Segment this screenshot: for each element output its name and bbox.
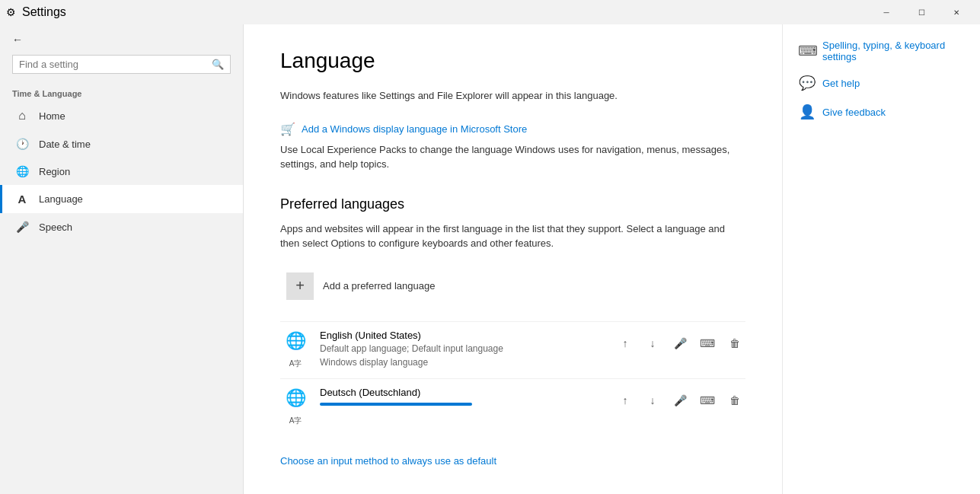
english-sub1: Default app language; Default input lang… (320, 343, 605, 355)
english-keyboard-button[interactable]: ⌨ (697, 333, 718, 354)
search-icon: 🔍 (212, 59, 224, 70)
sidebar-item-language[interactable]: A Language (0, 185, 243, 213)
spelling-link[interactable]: Spelling, typing, & keyboard settings (822, 40, 965, 62)
title-bar: ⚙ Settings ─ ☐ ✕ (0, 0, 980, 24)
german-move-up-button[interactable]: ↑ (614, 390, 636, 411)
settings-icon: ⚙ (6, 6, 16, 18)
sidebar-item-region-label: Region (39, 166, 70, 177)
give-feedback-link[interactable]: Give feedback (822, 107, 886, 118)
input-method-link[interactable]: Choose an input method to always use as … (280, 455, 496, 467)
german-name: Deutsch (Deutschland) (320, 387, 605, 398)
sidebar-item-speech-label: Speech (39, 222, 72, 233)
sidebar-item-home[interactable]: ⌂ Home (0, 101, 243, 130)
german-remove-button[interactable]: 🗑 (724, 390, 745, 411)
language-description: Windows features like Settings and File … (280, 88, 745, 104)
add-language-label: Add a preferred language (323, 280, 435, 292)
get-help-link[interactable]: Get help (822, 78, 860, 89)
language-item-de-de: 🌐A字 Deutsch (Deutschland) ↑ ↓ 🎤 ⌨ 🗑 (280, 378, 745, 435)
right-panel: ⌨ Spelling, typing, & keyboard settings … (782, 24, 980, 494)
back-icon: ← (12, 33, 23, 46)
close-button[interactable]: ✕ (939, 0, 974, 24)
preferred-languages-title: Preferred languages (280, 196, 745, 212)
get-help-row[interactable]: 💬 Get help (798, 75, 965, 91)
german-actions: ↑ ↓ 🎤 ⌨ 🗑 (614, 390, 745, 411)
german-keyboard-button[interactable]: ⌨ (697, 390, 718, 411)
back-button[interactable]: ← (0, 24, 243, 55)
english-flag-icon: 🌐A字 (280, 331, 311, 371)
sidebar-item-language-label: Language (39, 193, 83, 205)
english-name: English (United States) (320, 330, 605, 341)
nav-section-title: Time & Language (0, 83, 243, 101)
app-body: ← 🔍 Time & Language ⌂ Home 🕐 Date & time… (0, 24, 980, 494)
english-sub2: Windows display language (320, 356, 605, 369)
help-icon: 💬 (798, 75, 816, 91)
give-feedback-row[interactable]: 👤 Give feedback (798, 104, 965, 120)
german-move-down-button[interactable]: ↓ (642, 390, 663, 411)
spelling-link-row[interactable]: ⌨ Spelling, typing, & keyboard settings (798, 40, 965, 62)
page-title: Language (280, 49, 745, 73)
title-bar-title: Settings (22, 5, 66, 19)
title-bar-controls: ─ ☐ ✕ (869, 0, 974, 24)
search-box: 🔍 (12, 55, 231, 74)
microphone-icon: 🎤 (14, 221, 30, 233)
english-microphone-button[interactable]: 🎤 (669, 333, 691, 354)
sidebar-item-speech[interactable]: 🎤 Speech (0, 213, 243, 241)
english-info: English (United States) Default app lang… (320, 330, 605, 370)
clock-icon: 🕐 (14, 138, 30, 150)
maximize-button[interactable]: ☐ (904, 0, 939, 24)
english-remove-button[interactable]: 🗑 (724, 333, 745, 354)
language-icon: A (14, 193, 30, 206)
add-language-button[interactable]: + Add a preferred language (280, 266, 441, 306)
store-icon: 🛒 (280, 122, 295, 136)
globe-icon: 🌐 (14, 165, 30, 177)
english-actions: ↑ ↓ 🎤 ⌨ 🗑 (614, 333, 745, 354)
home-icon: ⌂ (14, 109, 30, 123)
preferred-languages-description: Apps and websites will appear in the fir… (280, 222, 745, 251)
sidebar-item-home-label: Home (39, 110, 65, 122)
german-microphone-button[interactable]: 🎤 (669, 390, 691, 411)
plus-icon: + (286, 272, 314, 300)
language-item-en-us: 🌐A字 English (United States) Default app … (280, 321, 745, 378)
german-info: Deutsch (Deutschland) (320, 387, 605, 406)
sidebar: ← 🔍 Time & Language ⌂ Home 🕐 Date & time… (0, 24, 244, 494)
store-link-anchor[interactable]: Add a Windows display language in Micros… (302, 123, 527, 135)
keyboard-icon: ⌨ (798, 43, 816, 59)
german-progress-bar (320, 403, 472, 406)
store-link-row: 🛒 Add a Windows display language in Micr… (280, 122, 745, 136)
english-move-down-button[interactable]: ↓ (642, 333, 663, 354)
sidebar-item-date-time[interactable]: 🕐 Date & time (0, 130, 243, 158)
store-link-description: Use Local Experience Packs to change the… (280, 142, 745, 172)
english-move-up-button[interactable]: ↑ (614, 333, 636, 354)
title-bar-left: ⚙ Settings (6, 5, 66, 19)
main-content: Language Windows features like Settings … (244, 24, 782, 494)
sidebar-item-region[interactable]: 🌐 Region (0, 158, 243, 185)
german-flag-icon: 🌐A字 (280, 388, 311, 428)
search-input[interactable] (19, 59, 212, 70)
feedback-icon: 👤 (798, 104, 816, 120)
sidebar-item-date-time-label: Date & time (39, 139, 91, 150)
bottom-link-section: Choose an input method to always use as … (280, 454, 745, 467)
minimize-button[interactable]: ─ (869, 0, 904, 24)
